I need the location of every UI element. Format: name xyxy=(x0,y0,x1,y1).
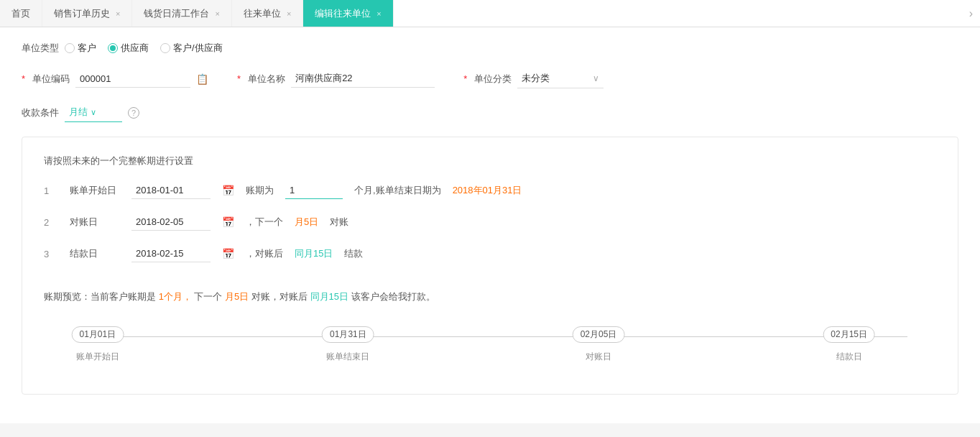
payment-date-calendar-icon[interactable]: 📅 xyxy=(222,248,234,259)
preview-mid1: 下一个 xyxy=(194,291,222,302)
tab-expand-button[interactable]: › xyxy=(962,0,980,27)
reconcile-suffix-label: 对账 xyxy=(330,216,348,229)
timeline-sublabel-2: 对账日 xyxy=(586,351,611,363)
reconcile-date-calendar-icon[interactable]: 📅 xyxy=(222,216,234,228)
settings-panel: 请按照未来的一个完整帐期进行设置 1 账单开始日 📅 账期为 个月,账单结束日期… xyxy=(22,137,958,395)
payment-condition-value: 月结 xyxy=(69,106,88,119)
timeline-container: 01月01日 账单开始日 01月31日 账单结束日 02月05日 对账日 02月… xyxy=(73,326,907,369)
radio-supplier-circle xyxy=(108,43,118,53)
setting-num-2: 2 xyxy=(44,217,58,228)
preview-payment-highlight: 同月15日 xyxy=(310,291,348,302)
unit-code-field: * 单位编码 📋 xyxy=(22,70,208,88)
unit-type-radio-group: 客户 供应商 客户/供应商 xyxy=(65,42,223,55)
panel-title: 请按照未来的一个完整帐期进行设置 xyxy=(44,155,936,167)
radio-both[interactable]: 客户/供应商 xyxy=(160,42,223,55)
unit-name-field: * 单位名称 xyxy=(237,70,435,88)
radio-supplier[interactable]: 供应商 xyxy=(108,42,149,55)
unit-name-label: 单位名称 xyxy=(248,73,285,86)
radio-customer-circle xyxy=(65,43,75,53)
timeline-badge-2: 02月05日 xyxy=(573,326,625,343)
unit-type-label: 单位类型 xyxy=(22,42,59,55)
preview-end: 该客户会给我打款。 xyxy=(351,291,435,302)
timeline-badge-3: 02月15日 xyxy=(823,326,875,343)
tab-contacts-close[interactable]: × xyxy=(287,9,291,18)
unit-name-input[interactable] xyxy=(291,70,435,88)
setting-row-3: 3 结款日 📅 ，对账后 同月15日 结款 xyxy=(44,245,936,262)
tab-home-label: 首页 xyxy=(11,7,30,20)
payment-condition-label: 收款条件 xyxy=(22,106,59,119)
tab-bar: 首页 销售订单历史 × 钱货日清工作台 × 往来单位 × 编辑往来单位 × › xyxy=(0,0,980,27)
tab-home[interactable]: 首页 xyxy=(0,0,42,27)
unit-code-calendar-icon[interactable]: 📋 xyxy=(196,73,208,85)
timeline-sublabel-0: 账单开始日 xyxy=(76,351,119,363)
unit-category-select[interactable]: 未分类 ∨ xyxy=(517,69,604,88)
unit-category-chevron-icon: ∨ xyxy=(593,73,599,83)
tab-edit-contact[interactable]: 编辑往来单位 × xyxy=(303,0,393,27)
start-date-calendar-icon[interactable]: 📅 xyxy=(222,185,234,196)
setting-num-1: 1 xyxy=(44,185,58,196)
timeline-sublabel-3: 结款日 xyxy=(836,351,862,363)
unit-code-required: * xyxy=(22,73,25,84)
tab-sales-history-label: 销售订单历史 xyxy=(54,7,110,20)
payment-condition-row: 收款条件 月结 ∨ ? xyxy=(22,103,958,122)
radio-customer-label: 客户 xyxy=(78,42,96,55)
payment-suffix-label: 结款 xyxy=(344,247,363,260)
payment-condition-help-icon[interactable]: ? xyxy=(128,107,139,119)
payment-day-highlight: 同月15日 xyxy=(295,247,333,260)
main-content: 单位类型 客户 供应商 客户/供应商 * 单位编码 xyxy=(0,27,980,423)
tab-sales-history[interactable]: 销售订单历史 × xyxy=(42,0,132,27)
reconcile-day-highlight: 月5日 xyxy=(295,216,318,229)
tab-sales-history-close[interactable]: × xyxy=(116,9,120,18)
setting-row-2: 2 对账日 📅 ，下一个 月5日 对账 xyxy=(44,213,936,231)
payment-condition-select[interactable]: 月结 ∨ xyxy=(65,103,122,122)
preview-reconcile-highlight: 月5日 xyxy=(225,291,249,302)
tab-edit-contact-close[interactable]: × xyxy=(376,9,381,18)
payment-prefix-label: ，对账后 xyxy=(246,247,283,260)
setting-num-3: 3 xyxy=(44,249,58,259)
radio-both-circle xyxy=(160,43,170,53)
unit-type-row: 单位类型 客户 供应商 客户/供应商 xyxy=(22,42,958,55)
payment-date-input[interactable] xyxy=(131,245,211,262)
tab-contacts-label: 往来单位 xyxy=(244,7,281,20)
tab-cash-work-label: 钱货日清工作台 xyxy=(144,7,209,20)
preview-section: 账期预览：当前客户账期是 1个月， 下一个 月5日 对账，对账后 同月15日 该… xyxy=(44,277,936,305)
setting-label-2: 对账日 xyxy=(70,216,120,229)
timeline-sublabel-1: 账单结束日 xyxy=(326,351,369,363)
end-date-highlight: 2018年01月31日 xyxy=(453,184,522,197)
tab-cash-work[interactable]: 钱货日清工作台 × xyxy=(132,0,231,27)
unit-category-field: * 单位分类 未分类 ∨ xyxy=(463,69,604,88)
setting-label-1: 账单开始日 xyxy=(70,184,120,197)
timeline-wrapper: 01月01日 账单开始日 01月31日 账单结束日 02月05日 对账日 02月… xyxy=(44,305,936,369)
unit-code-input[interactable] xyxy=(75,70,190,88)
unit-category-required: * xyxy=(463,73,467,84)
unit-code-label: 单位编码 xyxy=(32,73,70,86)
reconcile-prefix-label: ，下一个 xyxy=(246,216,283,229)
radio-customer[interactable]: 客户 xyxy=(65,42,96,55)
timeline-line xyxy=(73,336,907,337)
preview-mid2: 对账，对账后 xyxy=(251,291,308,302)
unit-name-required: * xyxy=(237,73,241,84)
timeline-badge-1: 01月31日 xyxy=(322,326,374,343)
unit-info-row: * 单位编码 📋 * 单位名称 * 单位分类 未分类 ∨ xyxy=(22,69,958,88)
unit-type-field: 单位类型 客户 供应商 客户/供应商 xyxy=(22,42,223,55)
setting-label-3: 结款日 xyxy=(70,247,120,260)
unit-category-label: 单位分类 xyxy=(474,73,512,86)
period-prefix-label: 账期为 xyxy=(246,184,274,197)
tab-cash-work-close[interactable]: × xyxy=(215,9,219,18)
unit-category-value: 未分类 xyxy=(522,72,590,85)
tab-edit-contact-label: 编辑往来单位 xyxy=(315,7,371,20)
payment-condition-chevron-icon: ∨ xyxy=(91,108,96,117)
reconcile-date-input[interactable] xyxy=(131,213,211,231)
period-value-input[interactable] xyxy=(285,182,343,199)
payment-condition-field: 收款条件 月结 ∨ ? xyxy=(22,103,139,122)
preview-label: 账期预览：当前客户账期是 xyxy=(44,291,156,302)
timeline-badge-0: 01月01日 xyxy=(72,326,124,343)
preview-period-highlight: 1个月， xyxy=(159,291,192,302)
setting-row-1: 1 账单开始日 📅 账期为 个月,账单结束日期为 2018年01月31日 xyxy=(44,182,936,199)
start-date-input[interactable] xyxy=(131,182,211,199)
tab-contacts[interactable]: 往来单位 × xyxy=(232,0,303,27)
radio-both-label: 客户/供应商 xyxy=(173,42,223,55)
radio-supplier-label: 供应商 xyxy=(121,42,149,55)
period-suffix-label: 个月,账单结束日期为 xyxy=(354,184,441,197)
